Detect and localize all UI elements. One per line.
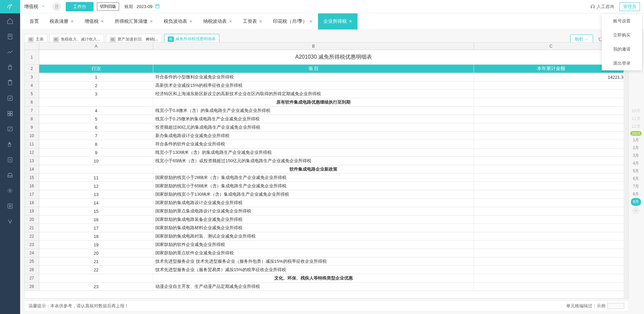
cell-a[interactable]: 4 [39,107,153,115]
cell-b[interactable]: 文化、环保、残疾人等特殊类型企业优惠 [153,274,474,282]
cell-a[interactable]: 2 [39,81,153,89]
month-item[interactable]: 2月 [631,144,641,152]
row-number[interactable]: 25 [24,257,39,265]
cell-a[interactable]: 18 [39,232,153,240]
nav-play-icon[interactable] [0,198,20,214]
cell-c[interactable] [474,241,628,249]
cell-c[interactable] [474,215,628,224]
cell-c[interactable] [474,115,628,123]
cell-c[interactable] [474,157,628,165]
cell-b[interactable]: 符合条件的小型微利企业减免企业所得税 [153,73,474,81]
row-number[interactable]: 4 [24,81,39,89]
admin-button[interactable]: 管理员 [620,2,640,11]
period-value[interactable]: 2023-09 [137,4,153,9]
menu-buy-now[interactable]: 立即购买 [602,28,642,42]
row-number[interactable]: 9 [24,123,39,131]
close-icon[interactable]: ✕ [150,19,153,24]
tab-1[interactable]: 税表清册✕ [44,13,79,29]
cell-c[interactable] [474,224,628,232]
cell-a[interactable]: 3 [39,90,153,98]
row-number[interactable]: 13 [24,157,39,165]
tab-5[interactable]: 纳税波动表✕ [198,13,237,29]
cell-c[interactable]: 14221.38 [474,73,628,81]
row-number[interactable]: 24 [24,249,39,257]
calendar-icon[interactable] [155,3,160,10]
cell-b[interactable]: 国家鼓励的集成电路设计企业减免企业所得税 [153,199,474,207]
nav-inbox-icon[interactable] [0,168,20,183]
cell-c[interactable] [474,282,628,291]
col-header-a[interactable]: A [39,43,153,50]
cell-b[interactable]: 技术先进型服务企业 技术先进型服务企业（服务外包类）减按15%的税率征收企业所得… [153,257,474,265]
month-item[interactable]: 4月 [631,160,641,167]
cell-b[interactable]: 软件集成电路企业新政策 [153,165,474,173]
cell-c[interactable] [474,199,628,207]
cell-c[interactable] [474,274,628,282]
row-number[interactable]: 23 [24,241,39,249]
header-cell-a[interactable]: 行次 [39,65,153,73]
cell-a[interactable]: 11 [39,174,153,182]
header-cell-b[interactable]: 项 目 [153,65,474,73]
cell-c[interactable] [474,81,628,89]
row-number[interactable]: 2 [24,65,39,73]
nav-hand-icon[interactable] [0,137,20,152]
menu-logout[interactable]: 退出登录 [602,56,642,70]
cell-c[interactable] [474,249,628,257]
menu-account-settings[interactable]: 账号设置 [602,14,642,28]
cell-c[interactable] [474,190,628,198]
row-number[interactable]: 17 [24,190,39,198]
cell-c[interactable] [474,98,628,106]
tab-3[interactable]: 所得税汇算清缴✕ [109,13,158,29]
cell-b[interactable]: 经济特区和上海浦东新区新设立的高新技术企业在区内取得的所得定期减免企业所得税 [153,90,474,98]
cell-a[interactable]: 16 [39,215,153,224]
cell-a[interactable]: 17 [39,224,153,232]
tab-6[interactable]: 工资表✕ [237,13,268,29]
cell-a[interactable]: 20 [39,249,153,257]
cell-c[interactable] [474,107,628,115]
row-number[interactable]: 11 [24,140,39,148]
row-number[interactable]: 6 [24,98,39,106]
cell-a[interactable]: 5 [39,115,153,123]
row-number[interactable]: 12 [24,148,39,156]
tab-7[interactable]: 印花税（月/季）✕ [268,13,318,29]
close-icon[interactable]: ✕ [309,19,313,24]
cell-c[interactable] [474,207,628,215]
row-number[interactable]: 22 [24,232,39,240]
row-number[interactable]: 19 [24,207,39,215]
row-number[interactable]: 1 [24,50,39,64]
cell-b[interactable]: 线宽小于0.8微米（含）的集成电路生产企业减免企业所得税 [153,107,474,115]
row-number[interactable]: 7 [24,107,39,115]
header-dropdown-label[interactable]: 增值税 [24,4,38,10]
cell-a[interactable]: 1 [39,73,153,81]
month-item[interactable]: 8月 [631,190,641,198]
nav-check-icon[interactable] [0,90,20,106]
cell-a[interactable]: 14 [39,199,153,207]
cell-c[interactable] [474,132,628,140]
cell-a[interactable]: 7 [39,132,153,140]
row-number[interactable]: 10 [24,132,39,140]
cell-b[interactable]: 国家鼓励的线宽小于65纳米（含）集成电路生产企业减免企业所得税 [153,182,474,190]
cell-b[interactable]: 国家鼓励的重点软件企业减免企业所得税 [153,249,474,257]
cell-a[interactable]: 13 [39,190,153,198]
app-logo[interactable] [0,0,20,13]
cell-c[interactable] [474,123,628,131]
cell-a[interactable] [39,98,153,106]
nav-home-icon[interactable] [0,13,20,29]
row-number[interactable]: 16 [24,182,39,190]
cell-a[interactable]: 6 [39,123,153,131]
cell-b[interactable]: 技术先进型服务企业（服务贸易类）减按15%的税率征收企业所得税 [153,266,474,274]
cell-c[interactable] [474,90,628,98]
chevron-down-icon[interactable] [632,207,640,214]
nav-clipboard-icon[interactable] [0,75,20,90]
close-icon[interactable]: ✕ [349,19,352,24]
cell-c[interactable] [474,257,628,265]
cell-a[interactable]: 15 [39,207,153,215]
cell-b[interactable]: 高新技术企业减按15%的税率征收企业所得税 [153,81,474,89]
nav-bag-icon[interactable] [0,60,20,75]
tab-4[interactable]: 税负波动表✕ [158,13,198,29]
row-number[interactable]: 27 [24,274,39,282]
nav-gear-icon[interactable] [0,183,20,198]
close-icon[interactable]: ✕ [189,19,193,24]
switch-old-button[interactable]: 切到旧版 [97,2,119,11]
cell-c[interactable] [474,148,628,156]
cell-b[interactable]: 国家鼓励的集成电路材料企业减免企业所得税 [153,224,474,232]
